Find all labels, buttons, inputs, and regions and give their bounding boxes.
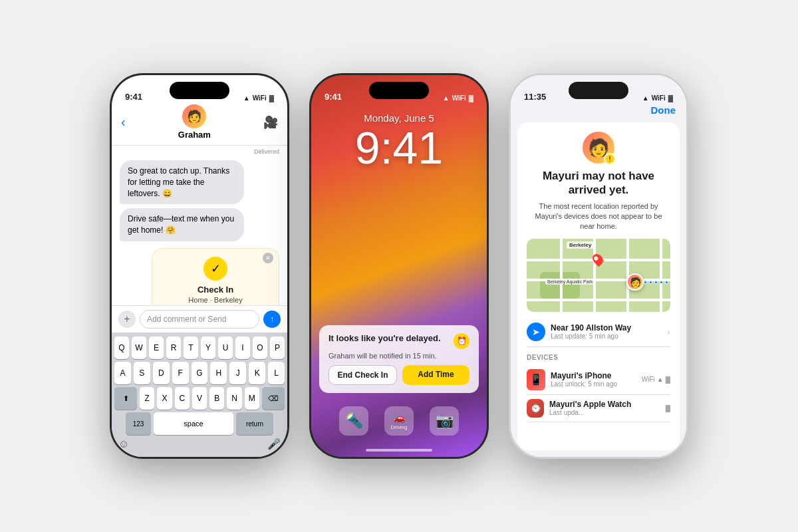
emoji-icon[interactable]: ☺ [118,438,129,450]
map-label-berkeley: Berkeley [567,241,594,249]
keyboard: Q W E R T Y U I O P A S D F G H [112,332,287,457]
iphone-signal-icon: ▲ [657,376,664,383]
dynamic-island-center [369,82,429,99]
messages-area: Delivered So great to catch up. Thanks f… [112,146,287,305]
watch-info: Mayuri's Apple Watch Last upda... [549,400,660,416]
keyboard-row-3: ⬆ Z X C V B N M ⌫ [114,387,285,410]
mic-icon[interactable]: 🎤 [267,438,281,450]
key-b[interactable]: B [209,387,224,410]
findmy-screen: 11:35 ▲ WiFi ▓ Done 🧑 ! Mayuri may not h… [511,75,686,457]
message-text-input[interactable]: Add comment or Send [140,310,259,329]
status-icons-left: ▲ WiFi ▓ [243,94,274,102]
video-call-icon[interactable]: 🎥 [263,115,278,130]
lockscreen-spacer [311,170,487,325]
keyboard-bottom-bar: ☺ 🎤 [114,438,285,453]
delivered-label: Delivered [120,148,279,155]
trail-dot-4 [660,281,663,284]
key-m[interactable]: M [245,387,259,410]
message-input-bar: + Add comment or Send ↑ [112,305,287,332]
key-c[interactable]: C [175,387,190,410]
status-icons-center: ▲ WiFi ▓ [443,94,473,102]
key-x[interactable]: X [157,387,172,410]
key-q[interactable]: Q [114,336,129,359]
key-v[interactable]: V [192,387,207,410]
device-row-watch: ⌚ Mayuri's Apple Watch Last upda... ▓ [527,395,670,422]
close-checkin-button[interactable]: ✕ [263,253,273,263]
key-i[interactable]: I [235,336,250,359]
bottom-spacer [511,450,686,457]
status-time-center: 9:41 [325,92,342,102]
status-time-right: 11:35 [524,92,546,102]
phone-center: 9:41 ▲ WiFi ▓ Monday, June 5 9:41 ⏰ It l… [309,73,489,459]
battery-icon-right: ▓ [668,94,673,102]
iphone-icon: 📱 [527,369,545,390]
trail-dot-2 [649,281,652,284]
key-w[interactable]: W [132,336,146,359]
key-d[interactable]: D [153,362,170,384]
home-bar-center [366,449,432,452]
iphone-wifi-icon: WiFi [642,376,655,383]
key-u[interactable]: U [218,336,233,359]
status-icons-right: ▲ WiFi ▓ [642,94,673,102]
key-y[interactable]: Y [201,336,215,359]
location-row[interactable]: ➤ Near 190 Allston Way Last update: 5 mi… [527,317,670,347]
key-return[interactable]: return [236,412,273,435]
key-o[interactable]: O [253,336,267,359]
key-j[interactable]: J [229,362,246,384]
map-dot-trail [644,281,670,284]
key-p[interactable]: P [270,336,285,359]
key-f[interactable]: F [172,362,189,384]
add-attachment-button[interactable]: + [118,311,136,328]
trail-dot-1 [644,281,647,284]
key-g[interactable]: G [192,362,208,384]
iphone-battery-icon: ▓ [666,376,670,383]
dock-driving-icon[interactable]: 🚗 Driving [384,406,414,436]
devices-label: DEVICES [527,354,670,361]
key-shift[interactable]: ⬆ [114,387,137,410]
dynamic-island-left [170,82,229,99]
map-preview: Berkeley Berkeley Aquatic Park 🧑 [527,239,670,312]
dock-flashlight-icon[interactable]: 🔦 [339,406,368,436]
key-e[interactable]: E [149,336,164,359]
key-k[interactable]: K [249,362,265,384]
keyboard-row-4: 123 space return [114,412,285,435]
keyboard-row-2: A S D F G H J K L [114,362,285,384]
back-button[interactable]: ‹ [121,114,126,130]
notif-buttons: End Check In Add Time [329,365,469,385]
dynamic-island-right [569,82,628,99]
phone-left: 9:41 ▲ WiFi ▓ ‹ 🧑 Graham 🎥 Delivered [110,73,289,459]
key-l[interactable]: L [268,362,285,384]
key-s[interactable]: S [134,362,150,384]
road-h3 [527,299,670,301]
location-info: Near 190 Allston Way Last update: 5 min … [551,323,667,340]
watch-status-icons: ▓ [666,404,670,412]
lockscreen-notification: ⏰ It looks like you're delayed. Graham w… [319,325,479,393]
signal-icon-left: ▲ [243,94,250,102]
trail-dot-3 [654,281,658,284]
key-h[interactable]: H [210,362,227,384]
key-t[interactable]: T [184,336,198,359]
location-arrow-icon: ➤ [527,323,545,341]
key-space[interactable]: space [154,412,233,435]
dock-camera-icon[interactable]: 📷 [430,406,459,436]
wifi-icon-left: WiFi [253,94,267,102]
location-last-update: Last update: 5 min ago [551,332,667,340]
key-backspace[interactable]: ⌫ [262,387,285,410]
iphone-name: Mayuri's iPhone [551,371,636,380]
key-z[interactable]: Z [140,387,154,410]
devices-section: DEVICES 📱 Mayuri's iPhone Last unlock: 5… [527,354,670,422]
end-checkin-button[interactable]: End Check In [329,365,397,385]
add-time-button[interactable]: Add Time [402,365,469,385]
alert-desc: The most recent location reported by May… [527,201,670,232]
key-n[interactable]: N [227,387,241,410]
iphone-sub: Last unlock: 5 min ago [551,380,636,388]
phones-container: 9:41 ▲ WiFi ▓ ‹ 🧑 Graham 🎥 Delivered [110,73,688,459]
wifi-icon-center: WiFi [452,94,466,102]
key-numbers[interactable]: 123 [126,412,151,435]
key-a[interactable]: A [114,362,131,384]
send-button[interactable]: ↑ [263,311,281,328]
mayuri-avatar: 🧑 ! [583,132,614,164]
key-r[interactable]: R [166,336,181,359]
checkin-detail-1: Home · Berkeley [160,296,271,304]
done-button[interactable]: Done [651,104,676,116]
